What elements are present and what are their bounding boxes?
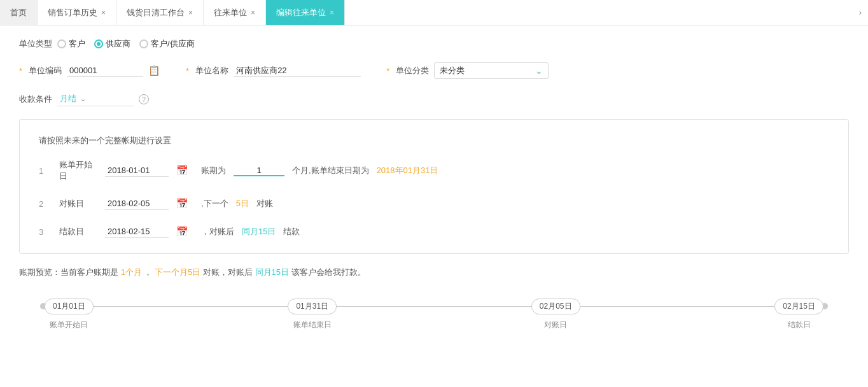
classify-value: 未分类 (440, 65, 465, 76)
period-date-input-3[interactable] (105, 225, 169, 238)
period-months-input[interactable] (234, 165, 284, 176)
radio-both[interactable]: 客户/供应商 (139, 38, 195, 50)
payment-group: 收款条件 月结 ⌄ ? (19, 92, 149, 106)
period-prefix-3: ，对账后 (201, 226, 234, 237)
timeline-badge-3: 02月05日 (531, 299, 580, 314)
period-date-input-2[interactable] (105, 197, 169, 210)
period-row-3: 3 结款日 📅 ，对账后 同月15日 结款 (39, 225, 829, 238)
code-label: 单位编码 (29, 65, 62, 76)
unit-type-row: 单位类型 客户 供应商 客户/供应商 (19, 38, 849, 50)
tab-unit-label: 往来单位 (214, 7, 247, 18)
tab-unit-close[interactable]: × (251, 8, 255, 17)
radio-supplier-circle (94, 39, 103, 48)
period-date-input-1[interactable] (105, 164, 169, 177)
period-num-1: 1 (39, 166, 52, 176)
unit-type-label: 单位类型 (19, 38, 52, 50)
period-suffix-2: 对账 (256, 198, 273, 209)
payment-value: 月结 (60, 93, 76, 104)
period-num-2: 2 (39, 199, 52, 209)
period-highlight-3: 同月15日 (242, 226, 276, 237)
radio-customer-circle (57, 39, 66, 48)
period-unit-1: 个月,账单结束日期为 (292, 165, 369, 176)
payment-help-icon[interactable]: ? (139, 94, 149, 104)
tab-edit-unit[interactable]: 编辑往来单位 × (266, 0, 345, 25)
preview-part3: 同月15日 (255, 267, 289, 277)
tab-cash-work-close[interactable]: × (188, 8, 193, 17)
preview-sep2: 对账，对账后 (203, 267, 255, 277)
period-num-3: 3 (39, 227, 52, 237)
name-group: * 单位名称 (186, 64, 361, 77)
radio-customer-label: 客户 (69, 38, 85, 50)
code-group: * 单位编码 📋 (19, 64, 160, 77)
code-input[interactable] (67, 64, 143, 77)
radio-both-circle (139, 39, 148, 48)
period-card-title: 请按照未来的一个完整帐期进行设置 (39, 135, 829, 146)
preview-label: 账期预览：当前客户账期是 (19, 267, 118, 277)
timeline-sublabel-3: 对账日 (544, 320, 567, 330)
timeline-container: 01月01日 账单开始日 01月31日 账单结束日 02月05日 对账日 (19, 293, 849, 330)
timeline-badge-1: 01月01日 (45, 299, 94, 314)
tab-home-label: 首页 (10, 7, 27, 18)
tab-more-arrow[interactable]: › (853, 0, 868, 25)
payment-dropdown-arrow: ⌄ (80, 95, 86, 103)
radio-supplier[interactable]: 供应商 (94, 38, 130, 50)
radio-customer[interactable]: 客户 (57, 38, 85, 50)
classify-arrow-icon: ⌄ (535, 66, 543, 76)
tab-bar: 首页 销售订单历史 × 钱货日清工作台 × 往来单位 × 编辑往来单位 × › (0, 0, 868, 25)
timeline-point-3: 02月05日 对账日 (531, 293, 580, 330)
name-label: 单位名称 (195, 65, 228, 76)
classify-label: 单位分类 (396, 65, 429, 76)
tab-edit-unit-label: 编辑往来单位 (276, 7, 326, 18)
unit-info-row: * 单位编码 📋 * 单位名称 * 单位分类 未分类 ⌄ (19, 62, 849, 79)
name-required-star: * (186, 66, 189, 76)
period-suffix-1: 账期为 (201, 165, 226, 176)
tab-unit[interactable]: 往来单位 × (204, 0, 266, 25)
tab-edit-unit-close[interactable]: × (330, 8, 334, 17)
timeline-sublabel-4: 结款日 (788, 320, 811, 330)
tab-sales-history-close[interactable]: × (101, 8, 106, 17)
classify-dropdown[interactable]: 未分类 ⌄ (434, 62, 549, 79)
period-cal-icon-1[interactable]: 📅 (176, 165, 188, 176)
period-prefix-2: ,下一个 (201, 198, 228, 209)
classify-required-star: * (386, 66, 389, 76)
preview-text: 账期预览：当前客户账期是 1个月 ， 下一个月5日 对账，对账后 同月15日 该… (19, 267, 849, 278)
code-required-star: * (19, 66, 22, 76)
timeline-badge-2: 01月31日 (288, 299, 337, 314)
period-card: 请按照未来的一个完整帐期进行设置 1 账单开始日 📅 账期为 个月,账单结束日期… (19, 119, 849, 254)
period-row-1: 1 账单开始日 📅 账期为 个月,账单结束日期为 2018年01月31日 (39, 159, 829, 182)
timeline-point-4: 02月15日 结款日 (774, 293, 823, 330)
period-end-date: 2018年01月31日 (377, 165, 438, 176)
payment-select[interactable]: 月结 ⌄ (57, 92, 134, 106)
tab-sales-history[interactable]: 销售订单历史 × (38, 0, 116, 25)
period-row-2: 2 对账日 📅 ,下一个 5日 对账 (39, 197, 829, 210)
radio-both-label: 客户/供应商 (151, 38, 195, 50)
period-cal-icon-2[interactable]: 📅 (176, 198, 188, 209)
tab-cash-work-label: 钱货日清工作台 (127, 7, 185, 18)
preview-section: 账期预览：当前客户账期是 1个月 ， 下一个月5日 对账，对账后 同月15日 该… (19, 267, 849, 330)
code-copy-icon[interactable]: 📋 (148, 65, 160, 76)
preview-end: 该客户会给我打款。 (291, 267, 366, 277)
period-cal-icon-3[interactable]: 📅 (176, 226, 188, 237)
period-label-3: 结款日 (59, 226, 97, 237)
radio-supplier-label: 供应商 (106, 38, 130, 50)
period-highlight-2: 5日 (236, 198, 249, 209)
tab-cash-work[interactable]: 钱货日清工作台 × (116, 0, 204, 25)
tab-home[interactable]: 首页 (0, 0, 38, 25)
timeline-sublabel-1: 账单开始日 (50, 320, 88, 330)
preview-part1: 1个月 (121, 267, 142, 277)
period-suffix-3: 结款 (283, 226, 300, 237)
name-input[interactable] (234, 64, 361, 77)
main-content: 单位类型 客户 供应商 客户/供应商 * 单位编码 (0, 25, 868, 387)
timeline-badge-4: 02月15日 (774, 299, 823, 314)
period-label-2: 对账日 (59, 198, 97, 209)
unit-type-radio-group: 客户 供应商 客户/供应商 (57, 38, 195, 50)
unit-type-group: 单位类型 客户 供应商 客户/供应商 (19, 38, 195, 50)
preview-part2: 下一个月5日 (155, 267, 200, 277)
payment-label: 收款条件 (19, 94, 52, 105)
timeline-points: 01月01日 账单开始日 01月31日 账单结束日 02月05日 对账日 (45, 293, 823, 330)
payment-row: 收款条件 月结 ⌄ ? (19, 92, 849, 106)
timeline-sublabel-2: 账单结束日 (293, 320, 332, 330)
period-label-1: 账单开始日 (59, 159, 97, 182)
classify-group: * 单位分类 未分类 ⌄ (386, 62, 549, 79)
timeline-point-2: 01月31日 账单结束日 (288, 293, 337, 330)
